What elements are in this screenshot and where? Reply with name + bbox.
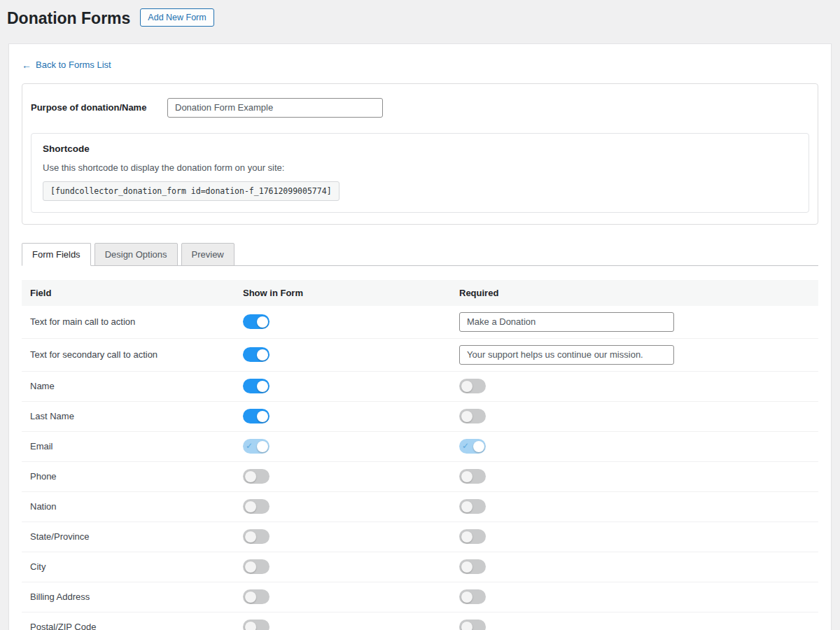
form-name-row: Purpose of donation/Name <box>31 98 809 118</box>
tab-design-options[interactable]: Design Options <box>94 243 178 266</box>
toggle-knob <box>461 381 472 392</box>
field-label: State/Province <box>30 531 243 542</box>
required-toggle[interactable] <box>459 589 486 604</box>
table-header: Field Show in Form Required <box>22 280 818 306</box>
back-to-forms-link[interactable]: ← Back to Forms List <box>22 59 111 71</box>
table-row: State/Province <box>22 522 818 552</box>
toggle-knob <box>461 411 472 422</box>
show-in-form-toggle[interactable] <box>243 620 270 630</box>
toggle-knob <box>257 381 268 392</box>
fields-table: Field Show in Form Required Text for mai… <box>22 280 818 630</box>
toggle-knob <box>461 561 472 573</box>
show-in-form-toggle[interactable] <box>243 379 270 393</box>
table-row: Text for main call to action <box>22 306 818 339</box>
table-row: City <box>22 552 818 582</box>
topbar: Donation Forms Add New Form <box>0 0 840 36</box>
required-toggle[interactable] <box>459 529 486 544</box>
back-link-label: Back to Forms List <box>36 59 111 70</box>
form-meta-box: Purpose of donation/Name Shortcode Use t… <box>22 83 818 225</box>
toggle-knob <box>461 592 472 603</box>
toggle-knob <box>257 316 268 328</box>
field-label: Last Name <box>30 411 243 421</box>
table-row: Last Name <box>22 402 818 432</box>
show-in-form-cell <box>243 379 459 393</box>
show-in-form-cell <box>243 347 459 362</box>
show-in-form-toggle[interactable] <box>243 589 270 604</box>
show-in-form-cell <box>243 499 459 514</box>
show-in-form-cell <box>243 589 459 604</box>
toggle-knob <box>245 501 256 512</box>
field-label: Text for secondary call to action <box>30 349 243 360</box>
field-label: Postal/ZIP Code <box>30 622 243 630</box>
field-label: Name <box>30 381 243 391</box>
shortcode-box: Shortcode Use this shortcode to display … <box>31 133 809 213</box>
required-toggle: ✓ <box>459 439 486 454</box>
required-toggle[interactable] <box>459 379 486 393</box>
admin-page: Donation Forms Add New Form ← Back to Fo… <box>0 0 840 630</box>
tab-bar: Form Fields Design Options Preview <box>22 243 818 266</box>
show-in-form-toggle[interactable] <box>243 559 270 574</box>
table-row: Text for secondary call to action <box>22 339 818 372</box>
required-cell <box>459 559 810 574</box>
table-row: Nation <box>22 492 818 522</box>
table-row: Phone <box>22 462 818 492</box>
required-cell <box>459 345 810 365</box>
required-toggle[interactable] <box>459 620 486 630</box>
toggle-knob <box>461 622 472 630</box>
add-new-form-button[interactable]: Add New Form <box>140 8 214 27</box>
form-name-label: Purpose of donation/Name <box>31 102 167 113</box>
tab-form-fields[interactable]: Form Fields <box>22 243 91 266</box>
show-in-form-toggle[interactable] <box>243 314 270 329</box>
show-in-form-toggle[interactable] <box>243 469 270 484</box>
required-toggle[interactable] <box>459 499 486 514</box>
form-name-input[interactable] <box>167 98 383 118</box>
header-show-in-form: Show in Form <box>243 288 459 298</box>
required-toggle[interactable] <box>459 559 486 574</box>
table-row: Postal/ZIP Code <box>22 612 818 630</box>
required-toggle[interactable] <box>459 469 486 484</box>
required-cell <box>459 499 810 514</box>
show-in-form-toggle[interactable] <box>243 529 270 544</box>
toggle-knob <box>257 441 268 452</box>
field-label: Email <box>30 441 243 451</box>
show-in-form-toggle[interactable] <box>243 499 270 514</box>
field-label: Phone <box>30 471 243 482</box>
toggle-knob <box>461 531 472 542</box>
toggle-knob <box>245 561 256 573</box>
required-cell <box>459 469 810 484</box>
required-text-input[interactable] <box>459 312 674 332</box>
required-text-input[interactable] <box>459 345 674 365</box>
required-cell <box>459 409 810 424</box>
show-in-form-cell <box>243 409 459 424</box>
show-in-form-toggle[interactable] <box>243 409 270 424</box>
fields-table-body: Text for main call to actionText for sec… <box>22 306 818 630</box>
required-cell <box>459 589 810 604</box>
form-editor-panel: ← Back to Forms List Purpose of donation… <box>8 43 832 630</box>
toggle-knob <box>257 349 268 360</box>
header-field: Field <box>30 288 243 298</box>
required-cell <box>459 312 810 332</box>
required-cell <box>459 620 810 630</box>
show-in-form-toggle[interactable] <box>243 347 270 362</box>
toggle-knob <box>473 441 484 452</box>
required-toggle[interactable] <box>459 409 486 424</box>
tab-preview[interactable]: Preview <box>181 243 234 266</box>
table-row: Name <box>22 372 818 402</box>
show-in-form-toggle: ✓ <box>243 439 270 454</box>
required-cell <box>459 529 810 544</box>
show-in-form-cell <box>243 314 459 329</box>
page-title: Donation Forms <box>7 8 130 29</box>
table-row: Email✓✓ <box>22 432 818 462</box>
field-label: City <box>30 561 243 572</box>
toggle-knob <box>245 531 256 542</box>
toggle-knob <box>245 471 256 482</box>
back-arrow-icon: ← <box>22 59 31 71</box>
field-label: Billing Address <box>30 592 243 602</box>
required-cell <box>459 379 810 393</box>
show-in-form-cell <box>243 469 459 484</box>
field-label: Nation <box>30 501 243 512</box>
shortcode-value: [fundcollector_donation_form id=donation… <box>43 181 340 201</box>
show-in-form-cell <box>243 559 459 574</box>
toggle-knob <box>461 471 472 482</box>
show-in-form-cell: ✓ <box>243 439 459 454</box>
